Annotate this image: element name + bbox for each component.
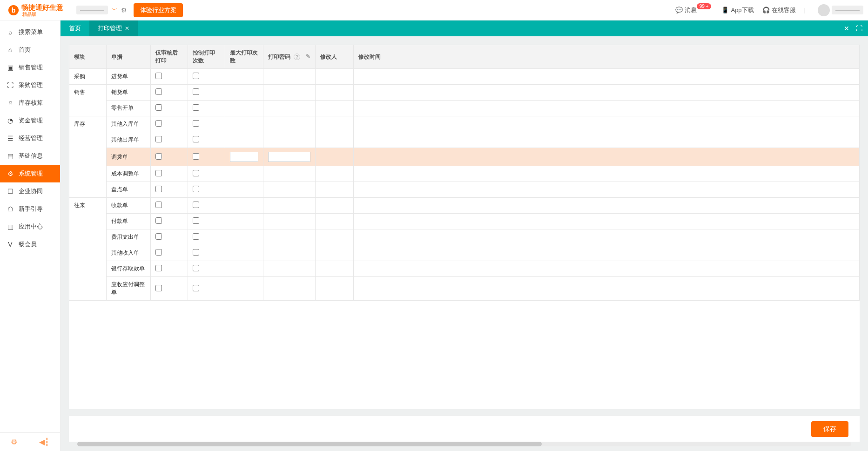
user-menu[interactable]: ———— (814, 4, 863, 16)
sidebar-item-system[interactable]: ⚙系统管理 (0, 165, 60, 182)
gear-icon[interactable]: ⚙ (121, 7, 127, 14)
checkbox[interactable] (155, 88, 162, 95)
table-row[interactable]: 销售销货单 (69, 85, 860, 101)
user-name: ———— (832, 6, 863, 14)
print-settings-panel: 模块单据仅审核后打印控制打印次数最大打印次数打印密码 ?✎修改人修改时间 采购进… (69, 45, 860, 409)
checkbox[interactable] (193, 73, 199, 79)
table-row[interactable]: 成本调整单 (69, 166, 860, 182)
table-row[interactable]: 其他出库单 (69, 132, 860, 148)
checkbox[interactable] (193, 217, 199, 224)
checkbox[interactable] (155, 249, 162, 256)
audit-only-cell (151, 277, 188, 301)
table-row[interactable]: 应收应付调整单 (69, 277, 860, 301)
checkbox[interactable] (193, 202, 199, 208)
table-row[interactable]: 银行存取款单 (69, 261, 860, 277)
control-count-cell (188, 277, 225, 301)
max-count-cell (225, 245, 263, 261)
app-download-link[interactable]: 📱 App下载 (721, 6, 754, 14)
audit-only-cell (151, 166, 188, 182)
sidebar-item-funds[interactable]: ◔资金管理 (0, 112, 60, 129)
app-download-label: App下载 (731, 6, 754, 14)
sidebar-item-operation[interactable]: ☰经营管理 (0, 129, 60, 147)
checkbox[interactable] (155, 136, 162, 142)
sidebar-item-guide[interactable]: ☖新手引导 (0, 200, 60, 218)
control-count-cell (188, 198, 225, 214)
sidebar-item-collab[interactable]: ☐企业协同 (0, 182, 60, 200)
table-row[interactable]: 库存其他入库单 (69, 116, 860, 132)
sidebar-item-home[interactable]: ⌂首页 (0, 41, 60, 59)
message-icon: 💬 (675, 7, 683, 13)
modified-by-cell (316, 148, 354, 166)
table-row[interactable]: 其他收入单 (69, 245, 860, 261)
password-cell (263, 69, 316, 85)
checkbox[interactable] (193, 233, 199, 240)
checkbox[interactable] (155, 233, 162, 240)
modified-time-cell (354, 116, 860, 132)
checkbox[interactable] (193, 88, 199, 95)
table-row[interactable]: 调拨单 (69, 148, 860, 166)
table-row[interactable]: 往来收款单 (69, 198, 860, 214)
modified-time-cell (354, 132, 860, 148)
audit-only-cell (151, 261, 188, 277)
checkbox[interactable] (193, 249, 199, 256)
settings-icon[interactable]: ⚙ (11, 438, 17, 446)
checkbox[interactable] (193, 104, 199, 111)
password-cell (263, 166, 316, 182)
table-row[interactable]: 零售开单 (69, 101, 860, 116)
headset-icon: 🎧 (762, 7, 770, 13)
table-row[interactable]: 采购进货单 (69, 69, 860, 85)
checkbox[interactable] (155, 285, 162, 291)
control-count-cell (188, 132, 225, 148)
industry-plan-button[interactable]: 体验行业方案 (134, 3, 183, 17)
sidebar-item-base-info[interactable]: ▤基础信息 (0, 147, 60, 165)
checkbox[interactable] (155, 120, 162, 127)
checkbox[interactable] (193, 153, 199, 160)
checkbox[interactable] (155, 104, 162, 111)
sales-icon: ▣ (7, 64, 14, 71)
sidebar-item-sales[interactable]: ▣销售管理 (0, 59, 60, 76)
customer-service-link[interactable]: 🎧 在线客服 (762, 6, 796, 14)
tab-打印管理[interactable]: 打印管理✕ (89, 20, 138, 36)
modified-time-cell (354, 277, 860, 301)
audit-only-cell (151, 116, 188, 132)
modified-by-cell (316, 69, 354, 85)
audit-only-cell (151, 229, 188, 245)
checkbox[interactable] (155, 186, 162, 192)
checkbox[interactable] (193, 136, 199, 142)
checkbox[interactable] (193, 120, 199, 127)
modified-by-cell (316, 116, 354, 132)
checkbox[interactable] (193, 285, 199, 291)
table-row[interactable]: 付款单 (69, 214, 860, 229)
checkbox[interactable] (155, 217, 162, 224)
save-button[interactable]: 保存 (811, 421, 848, 437)
table-row[interactable]: 费用支出单 (69, 229, 860, 245)
sidebar-item-inventory[interactable]: ⌑库存核算 (0, 94, 60, 112)
checkbox[interactable] (155, 202, 162, 208)
help-icon[interactable]: ? (294, 54, 300, 60)
messages-link[interactable]: 💬 消息 99 + (675, 6, 713, 14)
sidebar-item-purchase[interactable]: ⛶采购管理 (0, 76, 60, 94)
table-row[interactable]: 盘点单 (69, 182, 860, 198)
horizontal-scrollbar[interactable] (77, 442, 851, 446)
checkbox[interactable] (193, 186, 199, 192)
fullscreen-icon[interactable]: ⛶ (856, 25, 862, 32)
close-tab-icon[interactable]: ✕ (844, 25, 849, 32)
company-select[interactable]: ———— ﹀ ⚙ (76, 6, 127, 14)
checkbox[interactable] (155, 170, 162, 176)
collapse-icon[interactable]: ◀┇ (39, 438, 49, 446)
checkbox[interactable] (155, 73, 162, 79)
close-icon[interactable]: ✕ (125, 25, 129, 32)
scrollbar-thumb[interactable] (77, 442, 542, 446)
sidebar-item-appcenter[interactable]: ▥应用中心 (0, 218, 60, 236)
checkbox[interactable] (193, 265, 199, 271)
checkbox[interactable] (193, 170, 199, 176)
text-input[interactable] (268, 152, 310, 162)
messages-label: 消息 (685, 6, 697, 14)
tab-首页[interactable]: 首页 (61, 20, 89, 36)
text-input[interactable] (230, 152, 258, 162)
checkbox[interactable] (155, 153, 162, 160)
sidebar-item-vip[interactable]: V畅会员 (0, 236, 60, 253)
sidebar-item-search-menu[interactable]: ⌕搜索菜单 (0, 23, 60, 41)
checkbox[interactable] (155, 265, 162, 271)
edit-icon[interactable]: ✎ (306, 53, 310, 60)
